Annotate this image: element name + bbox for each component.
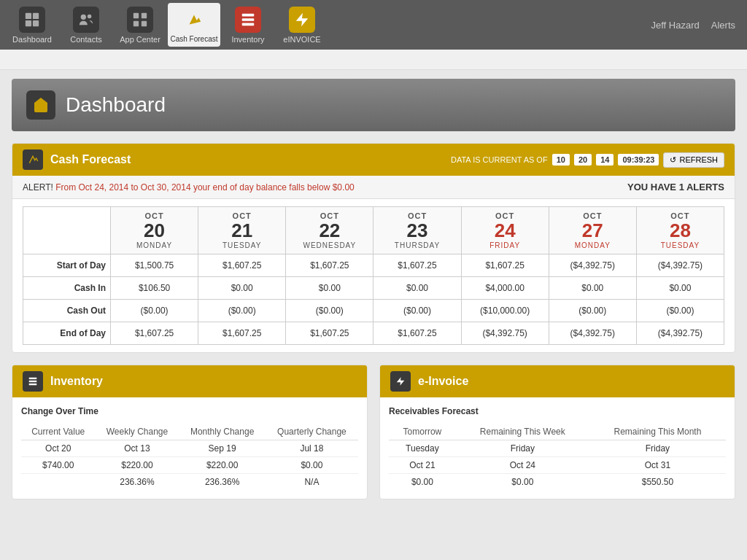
nav-dashboard-label: Dashboard: [12, 35, 52, 44]
einvoice-icon: [390, 371, 411, 392]
cell-eod-5: ($4,392.75): [549, 322, 637, 345]
inventory-nav-icon: [235, 7, 261, 33]
cell-ci-1: $0.00: [198, 277, 286, 300]
cashforecast-nav-icon: [181, 7, 207, 33]
inv-col-1: Weekly Change: [95, 424, 179, 440]
daynum-3: 23: [376, 220, 457, 241]
cell-ci-0: $106.50: [111, 277, 198, 300]
cash-forecast-header-right: DATA IS CURRENT AS OF 10 20 14 09:39:23 …: [451, 152, 724, 168]
inv-r0-c3: Jul 18: [266, 440, 358, 456]
row-label-cashout: Cash Out: [23, 300, 111, 322]
svg-rect-2: [26, 20, 31, 26]
nav-contacts[interactable]: Contacts: [60, 3, 112, 47]
svg-rect-9: [142, 20, 147, 26]
nav-cashforecast[interactable]: Cash Forecast: [168, 3, 220, 47]
einv-row-2: $0.00 $0.00 $550.50: [389, 473, 726, 490]
einv-r0-c2: Friday: [589, 440, 726, 456]
svg-rect-1: [33, 12, 39, 18]
nav-appcenter[interactable]: App Center: [114, 3, 166, 47]
refresh-button[interactable]: ↺ REFRESH: [663, 152, 724, 168]
inventory-header-left: Inventory: [23, 371, 103, 392]
refresh-label: REFRESH: [679, 155, 718, 164]
svg-marker-17: [397, 377, 405, 386]
einv-r1-c1: Oct 24: [456, 456, 589, 473]
daynum-1: 21: [201, 220, 282, 241]
nav-einvoice[interactable]: eINVOICE: [276, 3, 328, 47]
einvoice-subtitle: Receivables Forecast: [389, 406, 726, 416]
dayname-4: FRIDAY: [465, 241, 546, 249]
cell-co-5: ($0.00): [549, 300, 637, 322]
inv-col-0: Current Value: [21, 424, 95, 440]
dayname-0: MONDAY: [114, 241, 195, 249]
svg-rect-15: [29, 380, 37, 381]
col-header-1: OCT 21 TUESDAY: [198, 207, 286, 254]
inv-row-1: $740.00 $220.00 $220.00 $0.00: [21, 456, 358, 473]
einv-col-1: Remaining This Week: [456, 424, 589, 440]
svg-rect-12: [242, 23, 255, 26]
einv-row-0: Tuesday Friday Friday: [389, 440, 726, 456]
dayname-3: THURSDAY: [376, 241, 457, 249]
daynum-5: 27: [552, 220, 633, 241]
inv-row-0: Oct 20 Oct 13 Sep 19 Jul 18: [21, 440, 358, 456]
inventory-card: Inventory Change Over Time Current Value…: [12, 365, 368, 499]
einv-r0-c0: Tuesday: [389, 440, 456, 456]
user-name: Jeff Hazard: [651, 20, 700, 31]
cell-ci-5: $0.00: [549, 277, 637, 300]
cash-forecast-icon: [23, 149, 43, 170]
svg-rect-10: [242, 13, 255, 16]
calendar-section: OCT 20 MONDAY OCT 21 TUESDAY OCT 22 WEDN…: [12, 199, 735, 352]
inv-r1-c0: $740.00: [21, 456, 95, 473]
cell-co-3: ($0.00): [374, 300, 461, 322]
cell-eod-3: $1,607.25: [374, 322, 461, 345]
einvoice-table: Tomorrow Remaining This Week Remaining T…: [389, 424, 726, 490]
einv-col-0: Tomorrow: [389, 424, 456, 440]
time-badge-14: 14: [596, 154, 614, 166]
cell-ci-4: $4,000.00: [462, 277, 549, 300]
cell-eod-4: ($4,392.75): [462, 322, 549, 345]
daynum-0: 20: [114, 220, 195, 241]
appcenter-nav-icon: [127, 7, 153, 33]
cell-ci-3: $0.00: [374, 277, 461, 300]
cell-ci-2: $0.00: [286, 277, 374, 300]
svg-rect-14: [29, 377, 37, 378]
svg-point-5: [88, 14, 92, 18]
cash-forecast-title: Cash Forecast: [50, 153, 131, 166]
time-clock: 09:39:23: [618, 154, 659, 166]
cell-co-2: ($0.00): [286, 300, 374, 322]
calendar-grid: OCT 20 MONDAY OCT 21 TUESDAY OCT 22 WEDN…: [23, 206, 724, 345]
dashboard-title: Dashboard: [66, 93, 166, 117]
cell-eod-0: $1,607.25: [111, 322, 198, 345]
dayname-1: TUESDAY: [201, 241, 282, 249]
einv-r1-c0: Oct 21: [389, 456, 456, 473]
einv-row-1: Oct 21 Oct 24 Oct 31: [389, 456, 726, 473]
einv-r2-c1: $0.00: [456, 473, 589, 490]
nav-contacts-label: Contacts: [70, 35, 101, 44]
einv-r2-c2: $550.50: [589, 473, 726, 490]
inv-r0-c0: Oct 20: [21, 440, 95, 456]
nav-einvoice-label: eINVOICE: [283, 35, 320, 44]
einvoice-header-left: e-Invoice: [390, 371, 468, 392]
nav-cashforecast-label: Cash Forecast: [170, 35, 217, 44]
nav-inventory[interactable]: Inventory: [222, 3, 274, 47]
alerts-link[interactable]: Alerts: [711, 20, 735, 31]
inventory-table: Current Value Weekly Change Monthly Chan…: [21, 424, 358, 490]
main-content: Dashboard Cash Forecast DATA IS CURRENT …: [0, 70, 747, 508]
cell-co-6: ($0.00): [637, 300, 724, 322]
time-badge-10: 10: [552, 154, 570, 166]
cell-sod-4: $1,607.25: [462, 254, 549, 277]
cell-eod-6: ($4,392.75): [637, 322, 724, 345]
row-label-cashin: Cash In: [23, 277, 111, 300]
nav-dashboard[interactable]: Dashboard: [6, 3, 58, 47]
cell-sod-2: $1,607.25: [286, 254, 374, 277]
row-label-endofday: End of Day: [23, 322, 111, 345]
svg-point-4: [81, 14, 86, 19]
col-header-3: OCT 23 THURSDAY: [374, 207, 461, 254]
einvoice-nav-icon: [289, 7, 315, 33]
inv-r2-c2: 236.36%: [179, 473, 265, 490]
svg-rect-7: [142, 12, 147, 18]
dashboard-header-icon: [26, 90, 55, 120]
bottom-sections: Inventory Change Over Time Current Value…: [12, 365, 735, 499]
inv-col-2: Monthly Change: [179, 424, 265, 440]
svg-rect-16: [29, 384, 37, 385]
alert-count: YOU HAVE 1 ALERTS: [627, 182, 724, 192]
